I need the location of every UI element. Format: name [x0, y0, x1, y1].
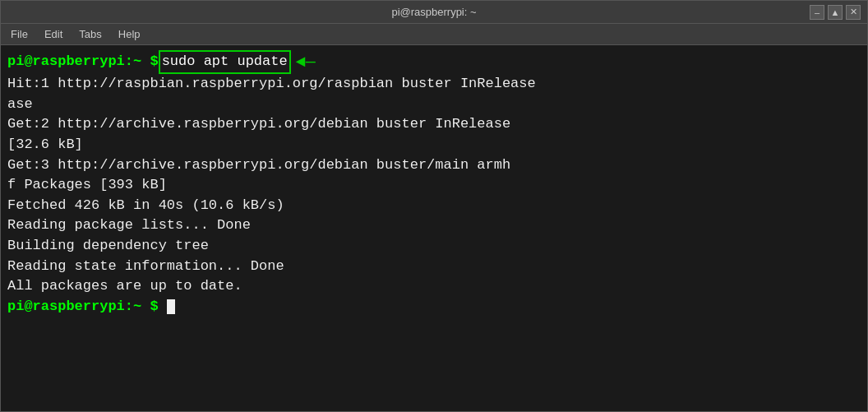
- output-line-2: ase: [7, 95, 861, 115]
- command-line-2: pi@raspberrypi:~ $: [7, 297, 861, 317]
- terminal-cursor: [167, 299, 175, 314]
- terminal-content[interactable]: pi@raspberrypi:~ $ sudo apt update ◄— Hi…: [1, 45, 867, 411]
- menu-file[interactable]: File: [4, 26, 35, 42]
- output-line-1: Hit:1 http://raspbian.raspberrypi.org/ra…: [7, 74, 861, 95]
- arrow-annotation: ◄—: [296, 50, 316, 74]
- window-controls: – ▲ ✕: [810, 5, 861, 20]
- output-line-8: Reading package lists... Done: [7, 215, 861, 236]
- output-line-5: Get:3 http://archive.raspberrypi.org/deb…: [7, 155, 861, 176]
- output-line-3: Get:2 http://archive.raspberrypi.org/deb…: [7, 114, 861, 135]
- command-line-1: pi@raspberrypi:~ $ sudo apt update ◄—: [7, 50, 861, 74]
- close-button[interactable]: ✕: [846, 5, 861, 20]
- window-title: pi@raspberrypi: ~: [391, 6, 476, 18]
- command-text-1: sudo apt update: [159, 50, 291, 74]
- output-line-9: Building dependency tree: [7, 236, 861, 257]
- title-bar: pi@raspberrypi: ~ – ▲ ✕: [1, 1, 867, 24]
- output-line-7: Fetched 426 kB in 40s (10.6 kB/s): [7, 196, 861, 216]
- menu-help[interactable]: Help: [112, 26, 147, 42]
- prompt-1: pi@raspberrypi:~ $: [7, 52, 159, 72]
- terminal-window: pi@raspberrypi: ~ – ▲ ✕ File Edit Tabs H…: [0, 0, 868, 412]
- prompt-2: pi@raspberrypi:~ $: [7, 297, 159, 317]
- output-line-4: [32.6 kB]: [7, 135, 861, 155]
- output-line-6: f Packages [393 kB]: [7, 175, 861, 196]
- menu-edit[interactable]: Edit: [38, 26, 69, 42]
- output-line-10: Reading state information... Done: [7, 257, 861, 277]
- menu-tabs[interactable]: Tabs: [72, 26, 108, 42]
- maximize-button[interactable]: ▲: [828, 5, 843, 20]
- minimize-button[interactable]: –: [810, 5, 824, 20]
- output-line-11: All packages are up to date.: [7, 276, 861, 297]
- menu-bar: File Edit Tabs Help: [1, 24, 867, 45]
